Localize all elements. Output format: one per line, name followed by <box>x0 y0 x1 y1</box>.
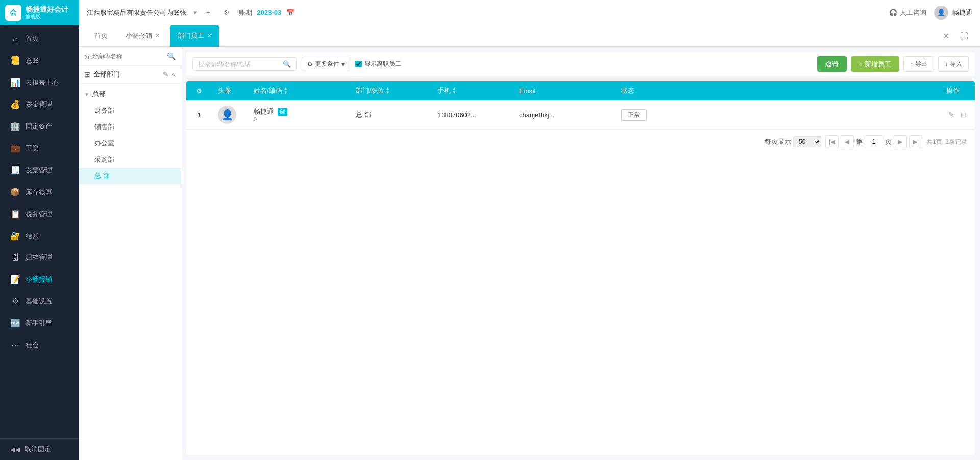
dept-grid-icon: ⊞ <box>84 70 90 79</box>
expense-icon: 📝 <box>10 274 20 284</box>
next-page-button[interactable]: ▶ <box>894 135 907 148</box>
tab-expense[interactable]: 小畅报销 ✕ <box>118 25 167 47</box>
employee-name: 畅捷通 <box>254 107 274 116</box>
tab-home[interactable]: 首页 <box>87 25 115 47</box>
all-dept-header[interactable]: ⊞ 全部部门 ✎ « <box>79 66 181 84</box>
dept-node-office[interactable]: 办公室 <box>79 135 181 151</box>
dept-node-root[interactable]: ▼ 总部 <box>79 86 181 103</box>
app-logo: 会 畅捷通好会计 旗舰版 <box>0 0 79 25</box>
app-name: 畅捷通好会计 <box>26 5 68 14</box>
service-button[interactable]: 🎧 人工咨询 <box>889 8 926 17</box>
sidebar-item-home[interactable]: ⌂ 首页 <box>0 28 79 49</box>
sidebar-label-tax: 税务管理 <box>26 210 52 219</box>
per-page-label: 每页显示 <box>765 137 791 146</box>
dept-node-office-label: 办公室 <box>94 139 114 148</box>
page-number-input[interactable] <box>865 135 883 148</box>
last-page-button[interactable]: ▶| <box>909 135 922 148</box>
user-menu[interactable]: 👤 畅捷通 <box>934 6 972 20</box>
page-suffix: 页 <box>885 137 892 146</box>
more-filter-button[interactable]: ⚙ 更多条件 ▾ <box>302 57 350 71</box>
col-actions: 操作 <box>697 81 975 100</box>
tab-employees-close[interactable]: ✕ <box>207 32 212 39</box>
col-dept-sort: ▲▼ <box>386 87 390 95</box>
sidebar-item-expense[interactable]: 📝 小畅报销 <box>0 268 79 290</box>
filter-label: 更多条件 <box>315 60 339 68</box>
col-phone[interactable]: 手机 ▲▼ <box>431 81 513 100</box>
sidebar-item-payroll[interactable]: 💼 工资 <box>0 137 79 159</box>
per-page-selector: 每页显示 50 20 100 <box>765 136 821 147</box>
sidebar-pin-toggle[interactable]: ◀◀ 取消固定 <box>0 438 79 460</box>
row-status: 正常 <box>615 100 697 130</box>
sidebar-item-funds[interactable]: 💰 资金管理 <box>0 93 79 115</box>
sidebar-item-tax[interactable]: 📋 税务管理 <box>0 203 79 225</box>
dept-node-finance[interactable]: 财务部 <box>79 103 181 119</box>
prev-page-button[interactable]: ◀ <box>841 135 854 148</box>
row-email: chanjethkj... <box>513 100 615 130</box>
sidebar-label-home: 首页 <box>26 34 39 43</box>
tabs-actions: ✕ ⛶ <box>939 29 972 43</box>
first-page-button[interactable]: |◀ <box>825 135 839 148</box>
sidebar-item-guide[interactable]: 🆕 新手引导 <box>0 312 79 334</box>
filter-arrow-icon: ▾ <box>341 61 345 68</box>
expand-tab-button[interactable]: ⛶ <box>956 29 972 43</box>
sidebar-item-closing[interactable]: 🔐 结账 <box>0 225 79 247</box>
sidebar-label-expense: 小畅报销 <box>26 275 52 284</box>
dept-node-sales-label: 销售部 <box>94 122 114 132</box>
settings-button[interactable]: ⚙ <box>219 6 234 19</box>
dept-header-actions: ✎ « <box>163 70 176 79</box>
right-panel: 🔍 ⚙ 更多条件 ▾ 显示离职员工 邀请 + 新增员工 ↑ 导出 <box>181 47 980 460</box>
col-name-label: 姓名/编码 <box>254 86 282 95</box>
employee-search-input[interactable] <box>198 61 280 68</box>
collapse-dept-button[interactable]: « <box>172 70 176 79</box>
close-tab-button[interactable]: ✕ <box>939 29 953 43</box>
sidebar-item-assets[interactable]: 🏢 固定资产 <box>0 115 79 137</box>
export-button[interactable]: ↑ 导出 <box>903 56 934 72</box>
dept-search-bar: 🔍 <box>79 47 181 66</box>
company-dropdown-arrow[interactable]: ▾ <box>193 9 197 16</box>
sidebar-item-reports[interactable]: 📊 云报表中心 <box>0 71 79 93</box>
tab-expense-close[interactable]: ✕ <box>155 32 160 39</box>
sidebar-label-more: 社会 <box>26 341 39 350</box>
toolbar-right-actions: 邀请 + 新增员工 ↑ 导出 ↓ 导入 <box>817 56 969 72</box>
col-email: Email <box>513 81 615 100</box>
dept-node-sales[interactable]: 销售部 <box>79 119 181 135</box>
delete-employee-button[interactable]: ⊟ <box>959 110 969 120</box>
col-name[interactable]: 姓名/编码 ▲▼ <box>248 81 350 100</box>
add-employee-button[interactable]: + 新增员工 <box>851 56 899 72</box>
sidebar-nav: ⌂ 首页 📒 总账 📊 云报表中心 💰 资金管理 🏢 固定资产 💼 工资 🧾 发… <box>0 25 79 438</box>
show-resigned-checkbox-label[interactable]: 显示离职员工 <box>355 60 401 68</box>
assets-icon: 🏢 <box>10 121 20 131</box>
employee-dept-badge: 部 <box>278 108 287 116</box>
sidebar-item-inventory[interactable]: 📦 库存核算 <box>0 181 79 203</box>
sidebar-item-invoices[interactable]: 🧾 发票管理 <box>0 159 79 181</box>
col-dept[interactable]: 部门/职位 ▲▼ <box>350 81 431 100</box>
dept-node-purchasing[interactable]: 采购部 <box>79 151 181 168</box>
more-icon: ⋯ <box>10 340 20 350</box>
main-area: 江西服宝精品有限责任公司内账张 ▾ + ⚙ 账期 2023-03 📅 🎧 人工咨… <box>79 0 980 460</box>
sidebar-label-assets: 固定资产 <box>26 122 52 131</box>
sidebar-item-ledger[interactable]: 📒 总账 <box>0 49 79 71</box>
export-icon: ↑ <box>910 61 913 68</box>
tab-employees[interactable]: 部门员工 ✕ <box>170 25 219 47</box>
sidebar-label-archive: 归档管理 <box>26 253 52 262</box>
col-status: 状态 <box>615 81 697 100</box>
dept-node-general[interactable]: 总 部 <box>79 168 181 184</box>
add-tab-button[interactable]: + <box>202 6 214 19</box>
dept-search-input[interactable] <box>84 53 164 60</box>
invite-button[interactable]: 邀请 <box>817 56 847 72</box>
col-dept-label: 部门/职位 <box>356 86 384 95</box>
import-button[interactable]: ↓ 导入 <box>938 56 969 72</box>
edit-dept-button[interactable]: ✎ <box>163 70 169 79</box>
sidebar-item-more[interactable]: ⋯ 社会 <box>0 334 79 356</box>
calendar-icon[interactable]: 📅 <box>286 9 295 16</box>
dept-search-button[interactable]: 🔍 <box>167 52 176 60</box>
col-phone-sort: ▲▼ <box>452 87 456 95</box>
sidebar-label-guide: 新手引导 <box>26 319 52 328</box>
sidebar-item-settings[interactable]: ⚙ 基础设置 <box>0 290 79 312</box>
col-settings[interactable]: ⚙ <box>186 81 212 100</box>
edit-employee-button[interactable]: ✎ <box>946 110 957 120</box>
show-resigned-checkbox[interactable] <box>355 61 362 67</box>
sidebar-item-archive[interactable]: 🗄 归档管理 <box>0 247 79 268</box>
sidebar-label-closing: 结账 <box>26 232 39 241</box>
per-page-select[interactable]: 50 20 100 <box>793 136 821 147</box>
